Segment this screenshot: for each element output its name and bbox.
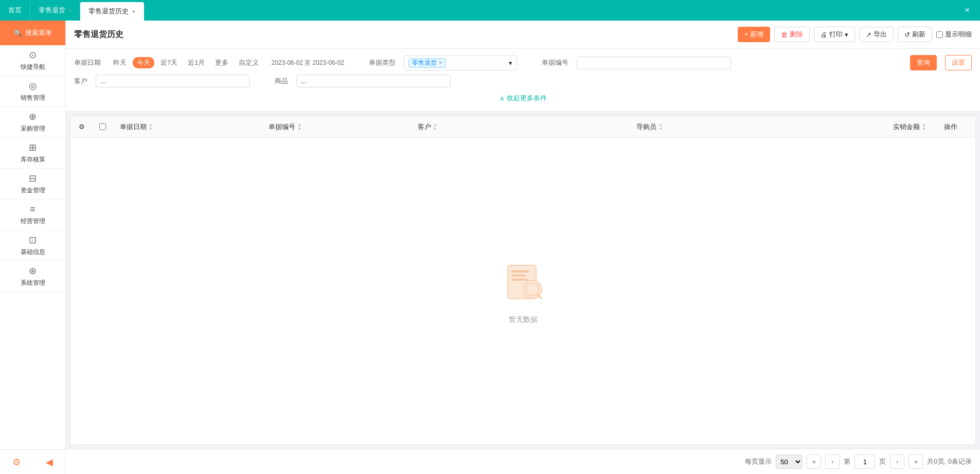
th-guide-label: 导购员	[636, 122, 656, 132]
next-page-button[interactable]: ›	[890, 454, 904, 469]
per-page-select[interactable]: 10 20 50 100	[776, 454, 803, 469]
th-guide[interactable]: 导购员 ▲ ▼	[632, 122, 781, 132]
doc-type-selected-value: 零售退货 ×	[408, 58, 446, 68]
settings-button[interactable]: 设置	[945, 55, 972, 70]
sidebar-item-finance-label: 资金管理	[21, 186, 45, 195]
date-btn-1month[interactable]: 近1月	[184, 57, 209, 68]
doc-type-label: 单据类型	[369, 58, 396, 67]
page-unit: 页	[879, 457, 886, 466]
guide-sort-down-icon: ▼	[658, 127, 663, 131]
date-btn-today[interactable]: 今天	[133, 57, 154, 68]
prev-page-button[interactable]: ‹	[825, 454, 840, 469]
sidebar-item-finance[interactable]: ⊟ 资金管理	[0, 169, 65, 199]
customer-sort-arrows[interactable]: ▲ ▼	[433, 123, 437, 131]
sidebar-item-basic-label: 基础信息	[21, 248, 45, 257]
th-date[interactable]: 单据日期 ▲ ▼	[116, 122, 264, 132]
delete-button[interactable]: 🗑 删除	[774, 27, 810, 42]
settings-icon[interactable]: ⚙	[12, 457, 21, 468]
sidebar-item-quick-nav-label: 快捷导航	[21, 63, 45, 71]
sn-sort-arrows[interactable]: ▲ ▼	[297, 123, 301, 131]
th-sn-label: 单据编号	[269, 122, 295, 132]
tab-retail-return-history[interactable]: 零售退货历史 ×	[80, 2, 144, 21]
show-detail-checkbox[interactable]	[936, 31, 943, 38]
sidebar-item-system-mgmt[interactable]: ⊛ 系统管理	[0, 261, 65, 292]
first-page-button[interactable]: «	[807, 454, 821, 469]
doc-type-chip-remove[interactable]: ×	[439, 59, 442, 66]
date-filter-buttons: 昨天 今天 近7天 近1月 更多 自定义	[109, 57, 263, 68]
guide-sort-arrows[interactable]: ▲ ▼	[658, 123, 663, 131]
th-settings[interactable]: ⚙	[75, 123, 95, 131]
collapse-chevron-icon: ∧	[500, 95, 505, 102]
empty-text: 暂无数据	[509, 315, 538, 324]
sidebar-item-purchase-label: 采购管理	[21, 124, 45, 133]
finance-icon: ⊟	[29, 173, 37, 184]
page-title: 零售退货历史	[74, 29, 123, 46]
sidebar-item-operation-label: 经营管理	[21, 217, 45, 226]
add-button-label: + 新增	[744, 30, 763, 39]
date-btn-yesterday[interactable]: 昨天	[109, 57, 131, 68]
inventory-icon: ⊞	[29, 142, 37, 153]
doc-type-select[interactable]: 零售退货 × ▾	[404, 56, 517, 70]
tab-retail-return[interactable]: 零售退货 ×	[30, 0, 80, 21]
date-range-display: 2023-06-02 至 2023-06-02	[271, 59, 344, 67]
th-amount[interactable]: 实销金额 ▲ ▼	[781, 122, 930, 132]
sidebar-item-sales-label: 销售管理	[21, 94, 45, 102]
table-header: ⚙ 单据日期 ▲ ▼ 单据编号 ▲ ▼	[70, 116, 975, 138]
collapse-button[interactable]: ∧ 收起更多条件	[500, 94, 547, 103]
select-all-checkbox[interactable]	[99, 123, 106, 130]
refresh-button[interactable]: ↺ 刷新	[898, 27, 932, 42]
export-icon: ↗	[866, 31, 871, 39]
date-btn-7days[interactable]: 近7天	[156, 57, 182, 68]
delete-button-label: 删除	[790, 30, 803, 39]
settings-gear-icon[interactable]: ⚙	[79, 123, 85, 131]
topbar-close-button[interactable]: ×	[965, 6, 980, 15]
amount-sort-arrows[interactable]: ▲ ▼	[922, 123, 926, 131]
collapse-sidebar-icon[interactable]: ◀	[46, 457, 53, 468]
page-label: 第	[844, 457, 850, 466]
doc-no-input[interactable]	[577, 57, 731, 69]
show-detail-checkbox-label[interactable]: 显示明细	[936, 30, 972, 39]
print-button[interactable]: 🖨 打印 ▾	[814, 27, 855, 42]
th-sn[interactable]: 单据编号 ▲ ▼	[264, 122, 413, 132]
system-icon: ⊛	[29, 265, 37, 277]
tab-home[interactable]: 首页	[0, 0, 30, 21]
page-number-input[interactable]	[854, 454, 875, 469]
doc-type-chip-label: 零售退货	[412, 59, 437, 67]
print-chevron-icon: ▾	[845, 31, 848, 39]
sidebar-item-sales-mgmt[interactable]: ◎ 销售管理	[0, 76, 65, 107]
basic-info-icon: ⊡	[29, 234, 37, 246]
tab-retail-return-close[interactable]: ×	[68, 7, 72, 13]
sidebar-item-purchase-mgmt[interactable]: ⊕ 采购管理	[0, 107, 65, 138]
show-detail-label: 显示明细	[945, 30, 972, 39]
filter-area: 单据日期 昨天 今天 近7天 近1月 更多 自定义 2023-06-02 至 2…	[66, 49, 980, 112]
date-sort-arrows[interactable]: ▲ ▼	[149, 123, 153, 131]
sidebar-item-operation[interactable]: ≡ 经营管理	[0, 199, 65, 230]
collapse-label: 收起更多条件	[507, 94, 547, 103]
empty-state: 暂无数据	[70, 138, 975, 444]
sidebar-item-basic-info[interactable]: ⊡ 基础信息	[0, 230, 65, 261]
sidebar-item-inventory[interactable]: ⊞ 库存核算	[0, 138, 65, 169]
tab-retail-return-history-close[interactable]: ×	[132, 8, 135, 14]
query-button[interactable]: 查询	[910, 55, 937, 70]
doc-no-label: 单据编号	[542, 58, 568, 67]
sidebar-item-quick-nav[interactable]: ⊙ 快捷导航	[0, 45, 65, 76]
sidebar-search[interactable]: 🔍 搜索菜单	[0, 21, 65, 45]
th-checkbox[interactable]	[95, 123, 116, 130]
filter-row-1: 单据日期 昨天 今天 近7天 近1月 更多 自定义 2023-06-02 至 2…	[74, 55, 972, 70]
th-customer[interactable]: 客户 ▲ ▼	[414, 122, 633, 132]
th-ops: 操作	[930, 122, 971, 132]
last-page-button[interactable]: »	[908, 454, 923, 469]
add-button[interactable]: + 新增	[738, 27, 770, 42]
date-filter-label: 单据日期	[74, 58, 101, 67]
date-btn-more[interactable]: 更多	[211, 57, 233, 68]
sales-icon: ◎	[29, 80, 37, 92]
table-container: ⚙ 单据日期 ▲ ▼ 单据编号 ▲ ▼	[70, 116, 976, 445]
svg-rect-3	[511, 279, 528, 281]
goods-select[interactable]: ...	[296, 75, 451, 87]
export-button-label: 导出	[874, 30, 887, 39]
date-btn-custom[interactable]: 自定义	[235, 57, 263, 68]
export-button[interactable]: ↗ 导出	[859, 27, 894, 42]
customer-select[interactable]: ...	[96, 75, 250, 87]
th-date-label: 单据日期	[120, 122, 147, 132]
svg-rect-1	[511, 270, 529, 272]
